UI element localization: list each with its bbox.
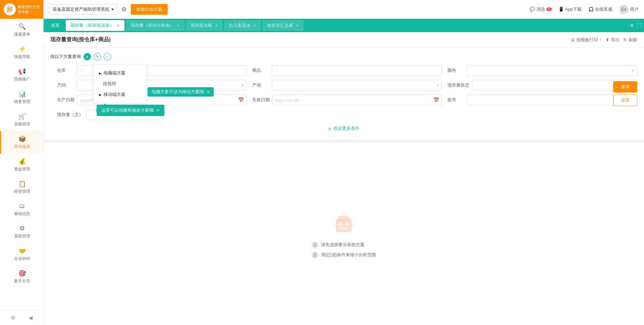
sidebar-item-quick[interactable]: ⚡ 快捷导航 <box>0 41 43 64</box>
message-item[interactable]: 💬 消息 6 <box>530 6 552 12</box>
chevron-down-icon: ▾ <box>241 83 244 88</box>
sidebar-item-search[interactable]: 🔍 搜索菜单 <box>0 19 43 41</box>
export-button[interactable]: ⬆ 导出 <box>606 37 620 43</box>
tab-maximize-icon[interactable]: ⛶ <box>637 23 641 28</box>
arrow-left-btn[interactable]: ← <box>104 53 111 60</box>
marketing-icon: 📢 <box>18 68 26 75</box>
gear-icon[interactable]: ⚙ <box>121 6 127 13</box>
search-icon: 🔍 <box>18 23 26 30</box>
sidebar-item-finance[interactable]: 💰 资金管理 <box>0 154 43 176</box>
sidebar-item-enterprise[interactable]: 🤝 企业协同 <box>0 243 43 266</box>
user-item[interactable]: Ea 用户 <box>619 5 639 14</box>
print-button[interactable]: 🖨 按模板打印 ▾ <box>571 37 602 43</box>
sales-icon: 📊 <box>18 90 26 98</box>
product-field: 商品 ··· <box>252 65 442 76</box>
tab-close-icon[interactable]: ✕ <box>117 23 120 28</box>
collapse-conditions-button[interactable]: ∧ 收起更多条件 <box>50 123 637 134</box>
reset-button[interactable]: 设置 <box>613 95 637 106</box>
sidebar-item-label: 搜索菜单 <box>14 32 30 37</box>
query-button[interactable]: 查询 <box>613 81 637 93</box>
collapse-sidebar-btn[interactable]: ◀ <box>29 315 33 321</box>
app-download-item[interactable]: 📱 App下载 <box>558 6 582 12</box>
scheme-tag-label: 电脑方案可设为移动方案哦 <box>152 89 204 95</box>
stock-status-select[interactable]: ▾ <box>472 80 637 91</box>
tab-inventory-dist[interactable]: 现存量（库存分布表） ✕ <box>126 20 184 31</box>
content-header: 现存量查询(按仓库+商品) 🖨 按模板打印 ▾ ⬆ 导出 ↻ 刷新 <box>44 32 644 48</box>
scheme-tag-container: 电脑方案可设为移动方案哦 ✕ <box>148 87 214 97</box>
export-icon: ⬆ <box>606 37 609 42</box>
create-tooltip-close-btn[interactable]: ✕ <box>156 108 160 113</box>
sidebar-item-guide[interactable]: 🎯 新手引导 <box>0 266 43 288</box>
color-select[interactable]: ▾ <box>467 65 637 76</box>
guide-icon: 🎯 <box>18 270 26 277</box>
page-title: 现存量查询(按仓库+商品) <box>50 36 111 43</box>
empty-steps: 1 请先选择要分析的方案 2 用[过滤]条件来缩小分析范围 <box>312 241 376 258</box>
stock-main-label: 现存量（主） <box>57 112 83 118</box>
tab-close-icon[interactable]: ✕ <box>177 23 180 28</box>
batch-label: 批号 <box>447 97 464 103</box>
system-selector[interactable]: 装备及固定资产辅助管理系统 ▾ <box>49 4 117 15</box>
batch-input[interactable] <box>467 95 637 105</box>
tab-stock-flow[interactable]: 出入库流水 ✕ <box>224 20 261 31</box>
logo-text: 畅捷通好生意 标准版 <box>18 4 40 15</box>
logo-icon: 好 <box>4 3 16 15</box>
sidebar-item-label: 营销推广 <box>14 76 30 82</box>
plan-item-desktop[interactable]: ▶ 电脑端方案 <box>94 67 147 79</box>
empty-step-2-label: 用[过滤]条件来缩小分析范围 <box>321 252 376 258</box>
tab-close-all-icon[interactable]: ✕ <box>630 23 634 28</box>
step-num-2: 2 <box>312 252 318 258</box>
online-service-item[interactable]: 🎧 在线客服 <box>588 6 612 12</box>
expiry-date-placeholder: yyyy-mm-dd <box>275 98 299 103</box>
warehouse-label: 仓库 <box>57 67 74 73</box>
sidebar-item-label: 系统管理 <box>14 233 30 239</box>
plan-item-mobile[interactable]: ▶ 移动端方案 <box>94 89 147 100</box>
tab-label: 现存量（库存分布表） <box>130 22 174 29</box>
create-tooltip: 这里可以创建和修改方案哦 ✕ <box>97 105 164 116</box>
topbar-right: 💬 消息 6 📱 App下载 🎧 在线客服 Ea 用户 <box>530 5 639 14</box>
sidebar-item-sales[interactable]: 📊 销售管理 <box>0 86 43 109</box>
step-num-1: 1 <box>312 241 318 248</box>
tabbar: 首页 现存量（库存状况表） ✕ 现存量（库存分布表） ✕ 库存批次账 ✕ 出入库… <box>44 19 644 32</box>
edit-scheme-button[interactable]: ✎ <box>94 53 101 60</box>
tab-receive-summary[interactable]: 收发存汇总表 ✕ <box>262 20 304 31</box>
plan-subitem-use[interactable]: 按领用 <box>94 79 147 89</box>
scheme-tag-close-btn[interactable]: ✕ <box>207 90 210 94</box>
chevron-down-icon: ▾ <box>599 37 602 42</box>
chevron-right-icon: ▶ <box>99 93 102 97</box>
system-icon: ⚙ <box>19 225 25 232</box>
plan-list: ▶ 电脑端方案 按领用 ▶ 移动端方案 <box>93 64 147 103</box>
print-icon: 🖨 <box>571 37 575 42</box>
filter-label: 按以下方案查询 <box>50 54 81 60</box>
sidebar-item-marketing[interactable]: 📢 营销推广 <box>0 64 43 86</box>
settings-bottom-btn[interactable]: ⚙ <box>11 315 15 321</box>
tab-close-icon[interactable]: ✕ <box>253 23 256 28</box>
sidebar-item-basic[interactable]: 🗂 基础信息 <box>0 199 43 221</box>
tab-inventory-status[interactable]: 现存量（库存状况表） ✕ <box>66 20 124 31</box>
color-field: 颜色 ▾ <box>447 65 637 76</box>
plan-item-label: 移动端方案 <box>104 92 125 98</box>
tab-home[interactable]: 首页 <box>46 20 64 31</box>
finance-icon: 💰 <box>18 158 26 165</box>
sidebar-item-inventory[interactable]: 📦 库存核算 <box>0 131 43 154</box>
refresh-icon: ↻ <box>624 37 627 42</box>
expiry-date-input[interactable]: yyyy-mm-dd 📅 <box>272 95 442 105</box>
sidebar-item-label: 基础信息 <box>14 211 30 217</box>
origin-select[interactable]: ▾ <box>272 80 442 91</box>
page-content: 现存量查询(按仓库+商品) 🖨 按模板打印 ▾ ⬆ 导出 ↻ 刷新 <box>44 32 644 325</box>
tab-close-icon[interactable]: ✕ <box>215 23 218 28</box>
product-label: 商品 <box>252 67 269 73</box>
empty-state: 1 请先选择要分析的方案 2 用[过滤]条件来缩小分析范围 <box>44 143 644 325</box>
tab-close-icon[interactable]: ✕ <box>296 23 299 28</box>
trial-industry-button[interactable]: 体验行业方案 <box>131 4 168 15</box>
user-label: 用户 <box>630 6 639 12</box>
user-initial: Ea <box>622 7 627 12</box>
sidebar-item-system[interactable]: ⚙ 系统管理 <box>0 221 43 243</box>
tab-label: 出入库流水 <box>229 22 251 29</box>
add-scheme-button[interactable]: + <box>84 53 91 60</box>
sidebar-item-purchase[interactable]: 🛒 采购管理 <box>0 109 43 131</box>
tab-batch-ledger[interactable]: 库存批次账 ✕ <box>186 20 223 31</box>
refresh-button[interactable]: ↻ 刷新 <box>624 37 637 43</box>
sidebar-item-operation[interactable]: 📋 经营管理 <box>0 176 43 199</box>
app-logo: 好 畅捷通好生意 标准版 <box>0 0 43 19</box>
product-select[interactable]: ··· <box>272 65 442 76</box>
